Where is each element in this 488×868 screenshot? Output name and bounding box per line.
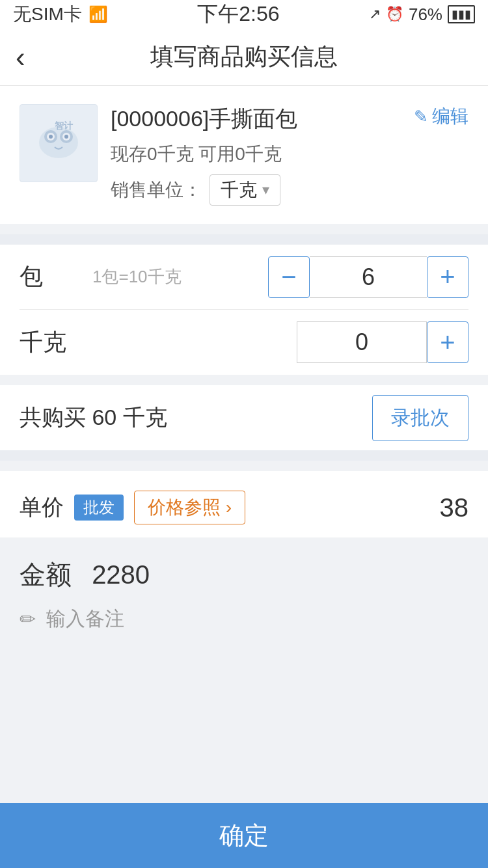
carrier-text: 无SIM卡 [13, 2, 82, 27]
price-value: 38 [440, 493, 469, 522]
bottom-padding [0, 645, 488, 711]
page-title: 填写商品购买信息 [150, 41, 338, 73]
price-section: 单价 批发 价格参照 › 38 [0, 471, 488, 537]
confirm-button[interactable]: 确定 [0, 803, 488, 868]
package-hint: 1包=10千克 [92, 265, 268, 288]
package-row: 包 1包=10千克 − + [20, 245, 468, 310]
amount-value: 2280 [92, 560, 150, 589]
batch-button[interactable]: 录批次 [372, 395, 468, 441]
package-minus-button[interactable]: − [268, 256, 310, 298]
product-thumb-icon: 智计 [33, 113, 85, 174]
svg-text:智计: 智计 [54, 120, 74, 131]
svg-point-0 [39, 127, 78, 158]
alarm-icon: ⏰ [386, 6, 403, 23]
svg-point-6 [64, 135, 68, 139]
package-plus-button[interactable]: + [427, 256, 468, 298]
kg-stepper: + [297, 321, 468, 363]
amount-section: 金额 2280 ✏ 输入备注 [0, 537, 488, 645]
kg-label: 千克 [20, 327, 85, 359]
package-stepper: − + [268, 256, 468, 298]
status-bar: 无SIM卡 📶 下午2:56 ↗ ⏰ 76% ▮▮▮ [0, 0, 488, 29]
confirm-button-label: 确定 [219, 819, 269, 852]
unit-label: 销售单位： [111, 178, 202, 202]
battery-text: 76% [409, 5, 442, 25]
remark-label: 输入备注 [46, 606, 124, 632]
remark-row[interactable]: ✏ 输入备注 [20, 606, 468, 632]
status-time: 下午2:56 [197, 0, 279, 29]
package-label: 包 [20, 261, 85, 293]
input-section: 包 1包=10千克 − + 千克 + [0, 245, 488, 375]
kg-row: 千克 + [20, 310, 468, 375]
unit-select[interactable]: 千克 ▾ [210, 174, 280, 206]
total-text: 共购买 60 千克 [20, 403, 372, 433]
edit-button[interactable]: ✎ 编辑 [414, 104, 468, 129]
price-ref-button[interactable]: 价格参照 › [134, 491, 245, 524]
product-thumbnail: 智计 [20, 104, 98, 182]
pencil-icon: ✏ [20, 608, 36, 631]
back-button[interactable]: ‹ [16, 43, 25, 72]
package-input[interactable] [310, 256, 427, 298]
amount-label: 金额 [20, 560, 72, 589]
section-divider-1 [0, 234, 488, 245]
svg-point-5 [49, 135, 53, 139]
battery-icon: ▮▮▮ [448, 5, 475, 23]
status-right: ↗ ⏰ 76% ▮▮▮ [369, 5, 475, 25]
nav-bar: ‹ 填写商品购买信息 [0, 29, 488, 86]
section-divider-2 [0, 450, 488, 461]
wifi-icon: 📶 [88, 5, 108, 23]
total-section: 共购买 60 千克 录批次 [0, 385, 488, 450]
product-stock: 现存0千克 可用0千克 [111, 142, 468, 167]
kg-input[interactable] [297, 321, 427, 363]
location-icon: ↗ [369, 6, 381, 23]
price-tag: 批发 [74, 495, 124, 521]
product-unit-row: 销售单位： 千克 ▾ [111, 174, 468, 206]
price-label: 单价 [20, 493, 64, 522]
amount-row: 金额 2280 [20, 557, 468, 593]
product-card: 智计 [0000006]手撕面包 现存0千克 可用0千克 销售单位： 千克 ▾ … [0, 86, 488, 224]
chevron-down-icon: ▾ [262, 182, 269, 198]
kg-plus-button[interactable]: + [427, 321, 468, 363]
edit-icon: ✎ [414, 107, 428, 127]
status-left: 无SIM卡 📶 [13, 2, 108, 27]
